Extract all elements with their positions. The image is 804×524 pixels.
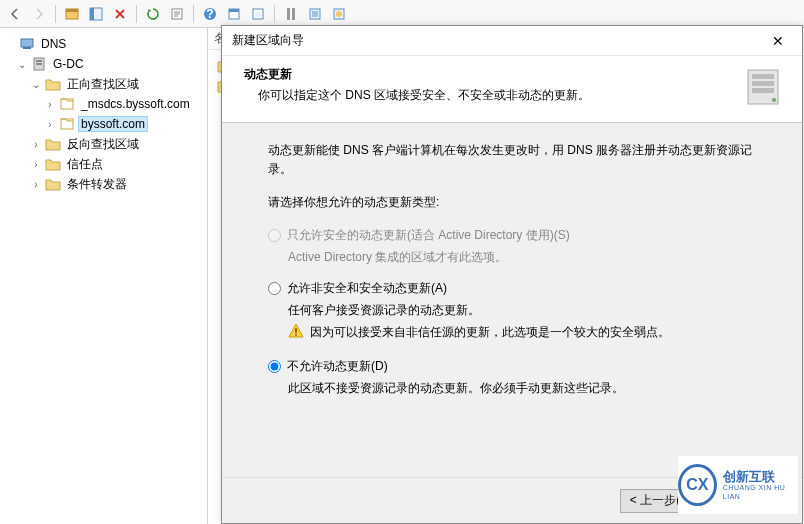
action-button-1[interactable] [223, 3, 245, 25]
header-description: 你可以指定这个 DNS 区域接受安全、不安全或非动态的更新。 [244, 87, 740, 104]
tree-domain-zone[interactable]: › byssoft.com [4, 114, 203, 134]
tree-pane: DNS ⌄ G-DC ⌄ 正向查找区域 › _msdcs.byssoft.com… [0, 28, 208, 524]
option-no-dynamic[interactable]: 不允许动态更新(D) [268, 358, 772, 375]
folder-icon [45, 176, 61, 192]
svg-rect-1 [66, 9, 78, 12]
warning-icon [288, 323, 304, 344]
expander-icon[interactable]: ⌄ [30, 79, 42, 90]
filter-button-2[interactable] [304, 3, 326, 25]
svg-rect-10 [255, 12, 261, 17]
tree-label: 信任点 [64, 155, 106, 174]
dialog-body: 动态更新能使 DNS 客户端计算机在每次发生更改时，用 DNS 服务器注册并动态… [222, 123, 802, 478]
svg-rect-28 [295, 328, 297, 333]
svg-rect-26 [752, 88, 774, 93]
svg-rect-12 [292, 8, 295, 20]
folder-icon [45, 136, 61, 152]
action-button-2[interactable] [247, 3, 269, 25]
option-label[interactable]: 允许非安全和安全动态更新(A) [287, 280, 447, 297]
svg-rect-20 [36, 63, 42, 65]
tree-label: G-DC [50, 56, 87, 72]
brand-name: 创新互联 [723, 469, 798, 485]
tree-msdcs-zone[interactable]: › _msdcs.byssoft.com [4, 94, 203, 114]
expander-icon[interactable]: › [44, 99, 56, 110]
svg-rect-11 [287, 8, 290, 20]
tree-label: _msdcs.byssoft.com [78, 96, 193, 112]
new-zone-wizard-dialog: 新建区域向导 ✕ 动态更新 你可以指定这个 DNS 区域接受安全、不安全或非动态… [221, 25, 803, 524]
option-nonsecure-secure[interactable]: 允许非安全和安全动态更新(A) [268, 280, 772, 297]
nav-forward-button[interactable] [28, 3, 50, 25]
svg-rect-17 [23, 47, 31, 49]
brand-overlay: CX 创新互联 CHUANG XIN HU LIAN [678, 456, 798, 514]
expander-icon[interactable]: › [44, 119, 56, 130]
body-paragraph-1: 动态更新能使 DNS 客户端计算机在每次发生更改时，用 DNS 服务器注册并动态… [268, 141, 772, 179]
tree-label: byssoft.com [78, 116, 148, 132]
folder-icon [45, 76, 61, 92]
radio-no-dynamic[interactable] [268, 360, 281, 373]
svg-rect-24 [752, 74, 774, 79]
zone-icon [59, 116, 75, 132]
help-button[interactable]: ? [199, 3, 221, 25]
option-label[interactable]: 不允许动态更新(D) [287, 358, 388, 375]
server-illustration-icon [740, 66, 788, 108]
delete-button[interactable] [109, 3, 131, 25]
properties-button[interactable] [85, 3, 107, 25]
dialog-header: 动态更新 你可以指定这个 DNS 区域接受安全、不安全或非动态的更新。 [222, 56, 802, 123]
svg-point-15 [336, 11, 342, 17]
filter-button-3[interactable] [328, 3, 350, 25]
desc-text: 任何客户接受资源记录的动态更新。 [288, 303, 480, 317]
body-paragraph-2: 请选择你想允许的动态更新类型: [268, 193, 772, 212]
option-label: 只允许安全的动态更新(适合 Active Directory 使用)(S) [287, 227, 570, 244]
option-secure-only: 只允许安全的动态更新(适合 Active Directory 使用)(S) [268, 227, 772, 244]
dialog-titlebar[interactable]: 新建区域向导 ✕ [222, 26, 802, 56]
dns-icon [19, 36, 35, 52]
tree-label: 正向查找区域 [64, 75, 142, 94]
folder-icon [45, 156, 61, 172]
tree-label: 反向查找区域 [64, 135, 142, 154]
dialog-title: 新建区域向导 [232, 32, 304, 49]
option-nonsecure-secure-desc: 任何客户接受资源记录的动态更新。 因为可以接受来自非信任源的更新，此选项是一个较… [288, 301, 772, 344]
expander-icon[interactable]: › [30, 159, 42, 170]
toolbar-separator [136, 5, 137, 23]
refresh-button[interactable] [142, 3, 164, 25]
svg-rect-8 [229, 9, 239, 12]
zone-icon [59, 96, 75, 112]
brand-sub: CHUANG XIN HU LIAN [723, 484, 798, 501]
header-title: 动态更新 [244, 66, 740, 83]
expander-icon[interactable]: › [30, 139, 42, 150]
warning-text: 因为可以接受来自非信任源的更新，此选项是一个较大的安全弱点。 [310, 323, 670, 341]
tree-server[interactable]: ⌄ G-DC [4, 54, 203, 74]
tree-label: 条件转发器 [64, 175, 130, 194]
tree-reverse-zone[interactable]: › 反向查找区域 [4, 134, 203, 154]
show-hide-button[interactable] [61, 3, 83, 25]
toolbar-separator [274, 5, 275, 23]
brand-logo-icon: CX [678, 464, 717, 506]
svg-point-27 [772, 98, 776, 102]
server-icon [31, 56, 47, 72]
tree-label: DNS [38, 36, 69, 52]
close-button[interactable]: ✕ [758, 28, 798, 54]
svg-rect-29 [295, 334, 297, 336]
svg-rect-19 [36, 60, 42, 62]
nav-back-button[interactable] [4, 3, 26, 25]
expander-icon[interactable]: › [30, 179, 42, 190]
svg-rect-3 [90, 8, 94, 20]
option-secure-only-desc: Active Directory 集成的区域才有此选项。 [288, 248, 772, 266]
svg-rect-25 [752, 81, 774, 86]
toolbar-separator [55, 5, 56, 23]
filter-button-1[interactable] [280, 3, 302, 25]
tree-trust-points[interactable]: › 信任点 [4, 154, 203, 174]
export-button[interactable] [166, 3, 188, 25]
expander-icon[interactable]: ⌄ [16, 59, 28, 70]
tree-root-dns[interactable]: DNS [4, 34, 203, 54]
option-no-dynamic-desc: 此区域不接受资源记录的动态更新。你必须手动更新这些记录。 [288, 379, 772, 397]
svg-rect-16 [21, 39, 33, 47]
tree-forward-zone[interactable]: ⌄ 正向查找区域 [4, 74, 203, 94]
toolbar-separator [193, 5, 194, 23]
toolbar: ? [0, 0, 804, 28]
tree-conditional-forwarders[interactable]: › 条件转发器 [4, 174, 203, 194]
radio-nonsecure-secure[interactable] [268, 282, 281, 295]
svg-text:?: ? [206, 7, 213, 21]
radio-secure-only [268, 229, 281, 242]
